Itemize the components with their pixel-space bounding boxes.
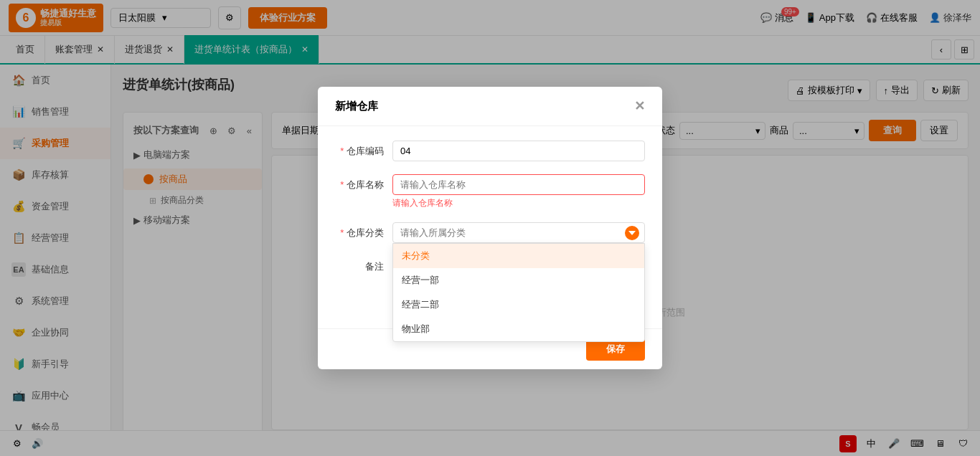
warehouse-category-input[interactable] (392, 222, 645, 243)
dialog-body: 仓库编码 仓库名称 请输入仓库名称 仓库分类 未分类 (318, 126, 662, 328)
warehouse-name-wrap: 请输入仓库名称 (392, 174, 645, 209)
remark-label: 备注 (335, 256, 392, 273)
dropdown-item-3[interactable]: 物业部 (393, 317, 644, 341)
warehouse-category-row: 仓库分类 未分类 经营一部 经营二部 物业部 (335, 222, 645, 243)
warehouse-code-row: 仓库编码 (335, 141, 645, 161)
dropdown-item-2[interactable]: 经营二部 (393, 293, 644, 317)
category-dropdown: 未分类 经营一部 经营二部 物业部 (392, 243, 645, 342)
dialog-header: 新增仓库 ✕ (318, 87, 662, 126)
warehouse-code-wrap (392, 141, 645, 161)
add-warehouse-dialog: 新增仓库 ✕ 仓库编码 仓库名称 请输入仓库名称 仓库分类 (318, 87, 662, 369)
warehouse-category-label: 仓库分类 (335, 222, 392, 239)
warehouse-name-input[interactable] (392, 174, 645, 195)
dropdown-item-0[interactable]: 未分类 (393, 244, 644, 268)
warehouse-name-error: 请输入仓库名称 (392, 197, 645, 209)
warehouse-code-label: 仓库编码 (335, 141, 392, 158)
dialog-close-button[interactable]: ✕ (634, 98, 645, 114)
category-toggle-button[interactable] (625, 226, 639, 240)
warehouse-code-input[interactable] (392, 141, 645, 161)
warehouse-category-wrap: 未分类 经营一部 经营二部 物业部 (392, 222, 645, 243)
dropdown-item-1[interactable]: 经营一部 (393, 268, 644, 293)
dialog-title: 新增仓库 (335, 100, 378, 113)
warehouse-name-row: 仓库名称 请输入仓库名称 (335, 174, 645, 209)
warehouse-name-label: 仓库名称 (335, 174, 392, 191)
